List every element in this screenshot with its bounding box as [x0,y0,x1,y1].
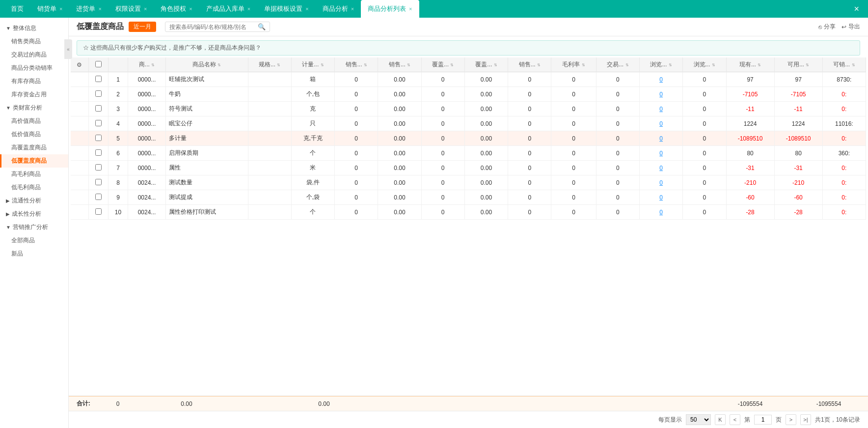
section-arrow-icon: ▶ [6,211,10,217]
tab-close-btn[interactable]: × [59,6,62,12]
next-page-btn[interactable]: > [786,414,796,425]
sidebar-item[interactable]: 销售类商品 [0,35,68,48]
table-header-trade[interactable]: 交易... ⇅ [596,57,639,72]
cell-sales_amt: 0.00 [378,102,421,116]
table-header-browse_a[interactable]: 浏览... ⇅ [639,57,682,72]
tab-close-btn[interactable]: × [409,6,412,12]
row-checkbox[interactable] [95,149,102,156]
sidebar-section-header[interactable]: ▶成长性分析 [0,207,68,221]
search-input[interactable] [169,24,258,30]
cell-sales_qty: 0 [335,175,378,190]
prev-page-btn[interactable]: < [730,414,740,425]
browse-link[interactable]: 0 [659,76,663,83]
nav-tab[interactable]: 角色授权× [154,0,199,18]
nav-tab[interactable]: 权限设置× [108,0,154,18]
tab-close-btn[interactable]: × [351,6,354,12]
tab-close-btn[interactable]: × [189,6,192,12]
select-all-checkbox[interactable] [95,61,102,67]
row-checkbox[interactable] [95,194,102,200]
page-input[interactable] [754,415,772,425]
sidebar-item[interactable]: 全部商品 [0,234,68,247]
row-checkbox[interactable] [95,164,102,171]
table-header-code[interactable]: 商... ⇅ [128,57,166,72]
browse-link[interactable]: 0 [659,135,663,142]
table-header-index [108,57,128,72]
cell-browse_a: 0 [639,87,682,102]
per-page-select[interactable]: 2050100 [686,414,711,425]
browse-link[interactable]: 0 [659,120,663,127]
table-header-spec[interactable]: 规格... ⇅ [248,57,291,72]
sidebar-item[interactable]: 低毛利商品 [0,181,68,194]
export-button[interactable]: ↩ 导出 [841,23,860,31]
sidebar-item[interactable]: 低覆盖度商品 [0,154,68,168]
table-header-name[interactable]: 商品名称 ⇅ [165,57,248,72]
sidebar-item[interactable]: 高价值商品 [0,114,68,128]
period-button[interactable]: 近一月 [129,22,156,32]
sidebar-section-header[interactable]: ▼类财富分析 [0,101,68,114]
cell-settings [71,205,88,220]
last-page-btn[interactable]: >| [800,414,811,425]
tab-close-btn[interactable]: × [247,6,250,12]
table-header-cover_a[interactable]: 覆盖... ⇅ [421,57,464,72]
browse-link[interactable]: 0 [659,91,663,98]
table-header-cover_b[interactable]: 覆盖... ⇅ [464,57,508,72]
share-button[interactable]: ⎋ 分享 [818,23,836,31]
row-checkbox[interactable] [95,120,102,126]
sidebar-item[interactable]: 有库存商品 [0,75,68,88]
sidebar-item[interactable]: 商品分类动销率 [0,61,68,75]
sidebar-section-header[interactable]: ▶流通性分析 [0,194,68,207]
table-header-current_stock[interactable]: 现有... ⇅ [726,57,774,72]
sidebar-item[interactable]: 低价值商品 [0,128,68,141]
search-icon[interactable]: 🔍 [258,23,266,30]
table-header-sales_qty[interactable]: 销售... ⇅ [335,57,378,72]
sidebar-item[interactable]: 库存资金占用 [0,88,68,101]
settings-icon[interactable]: ⚙ [77,61,82,68]
tab-close-btn[interactable]: × [144,6,147,12]
cell-sales_amt: 0.00 [378,146,421,161]
browse-link[interactable]: 0 [659,165,663,171]
nav-tab[interactable]: 单据模板设置× [257,0,315,18]
total-info: 共1页，10条记录 [815,416,860,424]
browse-link[interactable]: 0 [659,150,663,157]
nav-tab[interactable]: 销货单× [30,0,69,18]
nav-tab[interactable]: 商品分析× [316,0,361,18]
browse-link[interactable]: 0 [659,194,663,201]
sidebar-item[interactable]: 新品 [0,247,68,260]
nav-tab[interactable]: 进货单× [69,0,108,18]
first-page-btn[interactable]: K [715,414,726,425]
sidebar-item[interactable]: 高覆盖度商品 [0,141,68,154]
browse-link[interactable]: 0 [659,106,663,113]
table-header-sales_c[interactable]: 销售... ⇅ [508,57,551,72]
nav-tab[interactable]: 商品分析列表× [361,0,419,18]
row-checkbox[interactable] [95,135,102,141]
table-header-gross_rate[interactable]: 毛利率 ⇅ [551,57,596,72]
table-header-saleable[interactable]: 可销... ⇅ [822,57,866,72]
tab-close-btn[interactable]: × [98,6,101,12]
table-header-unit[interactable]: 计量... ⇅ [291,57,334,72]
row-checkbox[interactable] [95,179,102,185]
table-container[interactable]: ⚙商... ⇅商品名称 ⇅规格... ⇅计量... ⇅销售... ⇅销售... … [71,57,866,396]
sidebar-section-header[interactable]: ▼营销推广分析 [0,221,68,234]
row-checkbox[interactable] [95,76,102,82]
cell-settings [71,116,88,131]
table-row: 30000...符号测试克00.0000.0000000-11-110: [71,102,866,116]
totals-bar: 合计: 0 0.00 0.00 -1095554 -1095554 [69,396,868,411]
row-checkbox[interactable] [95,90,102,97]
table-header-browse_b[interactable]: 浏览... ⇅ [683,57,726,72]
row-checkbox[interactable] [95,208,102,215]
browse-link[interactable]: 0 [659,209,663,216]
tab-close-btn[interactable]: × [305,6,308,12]
cell-available: -210 [774,175,822,190]
table-header-sales_amt[interactable]: 销售... ⇅ [378,57,421,72]
sidebar-item[interactable]: 高毛利商品 [0,168,68,181]
sidebar-item[interactable]: 交易过的商品 [0,48,68,61]
sidebar-section-header[interactable]: ▼整体信息 [0,22,68,35]
table-header-available[interactable]: 可用... ⇅ [774,57,822,72]
nav-tab[interactable]: 首页 [4,0,30,18]
close-window-btn[interactable]: × [849,4,864,14]
nav-tab[interactable]: 产成品入库单× [199,0,257,18]
cell-name: 符号测试 [165,102,248,116]
row-checkbox[interactable] [95,105,102,112]
browse-link[interactable]: 0 [659,179,663,186]
sidebar-collapse-btn[interactable]: « [64,39,72,59]
